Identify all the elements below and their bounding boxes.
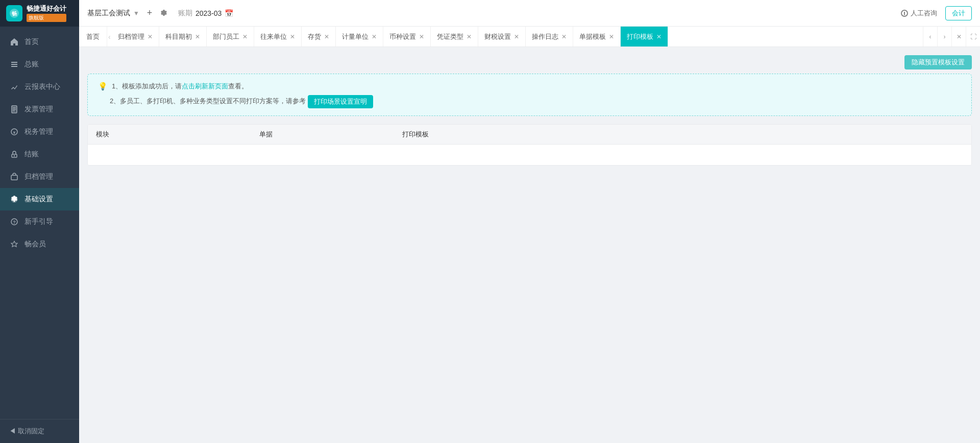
period-value: 2023-03 [195, 9, 222, 17]
invoice-icon [9, 104, 19, 114]
svg-text:?: ? [13, 220, 16, 225]
tab-subject-label: 科目期初 [165, 32, 192, 41]
tab-unit-label: 计量单位 [342, 32, 369, 41]
app-logo: 畅 畅捷通好会计 旗舰版 [0, 0, 79, 27]
notice-bulb-icon: 💡 [98, 82, 108, 91]
tab-scroll-right-button[interactable]: › [937, 27, 951, 47]
tab-unit[interactable]: 计量单位 ✕ [336, 27, 383, 46]
sidebar-item-settings[interactable]: 基础设置 [0, 188, 79, 211]
tab-department-label: 部门员工 [213, 32, 239, 41]
table-empty-body [88, 145, 971, 165]
tab-print-template-label: 打印模板 [627, 32, 653, 41]
sidebar-item-home[interactable]: 首页 [0, 31, 79, 53]
hide-preview-button[interactable]: 隐藏预置模板设置 [904, 55, 972, 69]
tab-inventory[interactable]: 存货 ✕ [302, 27, 336, 46]
tab-supplier-close-icon[interactable]: ✕ [290, 33, 295, 40]
tab-maximize-button[interactable]: ⛶ [966, 27, 980, 47]
tab-voucher-close-icon[interactable]: ✕ [467, 33, 472, 40]
sidebar-item-archive[interactable]: 归档管理 [0, 166, 79, 188]
svg-rect-9 [13, 110, 15, 111]
sidebar-item-invoice[interactable]: 发票管理 [0, 98, 79, 121]
sidebar-item-reports-label: 云报表中心 [24, 82, 60, 91]
tab-print-template[interactable]: 打印模板 ✕ [621, 27, 668, 46]
notice-text-1: 1、模板添加成功后，请点击刷新新页面查看。 [112, 81, 248, 92]
tab-bar: 首页 ‹ 归档管理 ✕ 科目期初 ✕ 部门员工 ✕ 往来单位 ✕ 存货 ✕ 计量… [79, 27, 980, 47]
tab-supplier[interactable]: 往来单位 ✕ [254, 27, 302, 46]
tab-single-template-label: 单据模板 [579, 32, 606, 41]
tab-single-template[interactable]: 单据模板 ✕ [573, 27, 621, 46]
notice-row-2: 2、多员工、多打印机、多种业务类型设置不同打印方案等，请参考 打印场景设置宣明 [98, 95, 961, 108]
guide-icon: ? [9, 217, 19, 227]
svg-rect-8 [13, 109, 16, 110]
sidebar-item-ledger[interactable]: 总账 [0, 53, 79, 76]
tab-home[interactable]: 首页 [79, 27, 107, 46]
tab-currency-close-icon[interactable]: ✕ [419, 33, 424, 40]
print-scene-button[interactable]: 打印场景设置宣明 [308, 95, 373, 108]
sidebar-item-close-label: 结账 [24, 150, 39, 159]
tab-currency-label: 币种设置 [389, 32, 416, 41]
customer-service-button[interactable]: 人工咨询 [900, 9, 937, 18]
tab-operation-log[interactable]: 操作日志 ✕ [526, 27, 573, 46]
tab-close-button[interactable]: ✕ [951, 27, 966, 47]
sidebar-item-reports[interactable]: 云报表中心 [0, 76, 79, 98]
notice-text-2: 2、多员工、多打印机、多种业务类型设置不同打印方案等，请参考 [110, 96, 306, 107]
tab-voucher-label: 凭证类型 [437, 32, 463, 41]
tax-icon: ¥ [9, 127, 19, 137]
sidebar-item-guide[interactable]: ? 新手引导 [0, 211, 79, 233]
sidebar-item-close[interactable]: 结账 [0, 143, 79, 166]
col-module-header: 模块 [96, 130, 259, 139]
period-label: 账期 [178, 9, 192, 18]
tab-navigation: ‹ › ✕ ⛶ [923, 27, 980, 46]
member-icon [9, 239, 19, 249]
calendar-icon[interactable]: 📅 [225, 9, 233, 17]
close-accounts-icon [9, 149, 19, 159]
tab-supplier-label: 往来单位 [260, 32, 287, 41]
top-header: 基层工会测试 ▼ + 账期 2023-03 📅 人工咨询 会计 [79, 0, 980, 27]
tab-scroll-left-button[interactable]: ‹ [923, 27, 937, 47]
company-settings-button[interactable] [158, 7, 170, 19]
unpin-sidebar-button[interactable]: ◀ 取消固定 [0, 419, 79, 443]
svg-text:¥: ¥ [13, 130, 16, 135]
archive-icon [9, 172, 19, 182]
company-chevron-icon: ▼ [133, 10, 139, 17]
tab-subject[interactable]: 科目期初 ✕ [159, 27, 207, 46]
reports-icon [9, 82, 19, 92]
unpin-label: ◀ 取消固定 [9, 427, 44, 436]
tab-home-label: 首页 [86, 32, 100, 41]
tab-archive[interactable]: 归档管理 ✕ [112, 27, 159, 46]
svg-text:畅: 畅 [12, 11, 17, 16]
sidebar-item-guide-label: 新手引导 [24, 217, 53, 226]
tab-voucher[interactable]: 凭证类型 ✕ [431, 27, 478, 46]
company-name: 基层工会测试 [87, 9, 130, 18]
tab-department[interactable]: 部门员工 ✕ [207, 27, 254, 46]
sidebar-item-archive-label: 归档管理 [24, 172, 53, 181]
tab-unit-close-icon[interactable]: ✕ [372, 33, 377, 40]
tab-inventory-close-icon[interactable]: ✕ [324, 33, 329, 40]
sidebar-item-tax[interactable]: ¥ 税务管理 [0, 121, 79, 143]
tab-operation-log-close-icon[interactable]: ✕ [561, 33, 567, 40]
tab-inventory-label: 存货 [308, 32, 321, 41]
add-company-button[interactable]: + [143, 7, 156, 19]
col-doc-header: 单据 [259, 130, 402, 139]
tab-archive-close-icon[interactable]: ✕ [148, 33, 153, 40]
main-area: 基层工会测试 ▼ + 账期 2023-03 📅 人工咨询 会计 首页 ‹ 归档管… [79, 0, 980, 443]
tab-print-template-close-icon[interactable]: ✕ [656, 33, 662, 40]
logo-icon: 畅 [6, 5, 22, 21]
sidebar-nav: 首页 总账 云报表中心 发票管理 ¥ 税务管理 [0, 27, 79, 419]
data-table: 模块 单据 打印模板 [87, 124, 972, 166]
tab-single-template-close-icon[interactable]: ✕ [609, 33, 614, 40]
ledger-icon [9, 59, 19, 69]
tab-subject-close-icon[interactable]: ✕ [195, 33, 200, 40]
tab-tax-settings[interactable]: 财税设置 ✕ [478, 27, 526, 46]
app-edition: 旗舰版 [27, 14, 66, 22]
refresh-page-link[interactable]: 点击刷新新页面 [182, 82, 228, 90]
company-selector[interactable]: 基层工会测试 ▼ [87, 9, 139, 18]
hide-preview-area: 隐藏预置模板设置 [87, 55, 972, 69]
accountant-button[interactable]: 会计 [945, 6, 972, 20]
tab-tax-settings-close-icon[interactable]: ✕ [514, 33, 519, 40]
tab-currency[interactable]: 币种设置 ✕ [383, 27, 431, 46]
tab-department-close-icon[interactable]: ✕ [242, 33, 248, 40]
sidebar: 畅 畅捷通好会计 旗舰版 首页 总账 云报表中心 [0, 0, 79, 443]
sidebar-item-member[interactable]: 畅会员 [0, 233, 79, 255]
tab-archive-label: 归档管理 [118, 32, 144, 41]
